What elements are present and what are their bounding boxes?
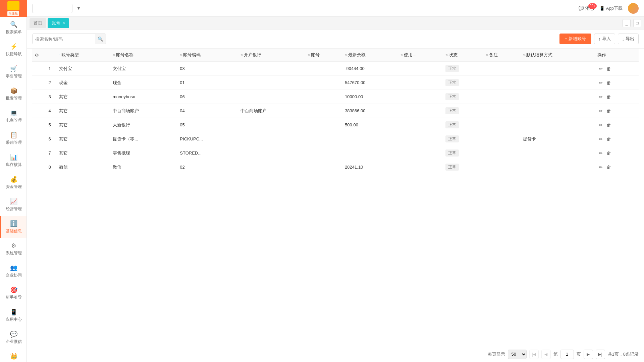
row-usage (398, 90, 443, 104)
page-last-button[interactable]: ▶| (596, 350, 605, 359)
table-row: 4 其它 中百商场账户 04 中百商场账户 383866.00 正常 ✏ 🗑 (32, 104, 639, 118)
page-first-button[interactable]: |◀ (529, 350, 539, 359)
col-status[interactable]: ⇅状态 (443, 49, 483, 62)
row-code: 03 (177, 62, 237, 76)
row-name: moneybosx (110, 90, 177, 104)
page-next-button[interactable]: ▶ (584, 350, 593, 359)
sidebar-item-retail[interactable]: 🛒 零售管理 (0, 61, 26, 83)
row-name: 提货卡（零... (110, 132, 177, 146)
sidebar-item-member[interactable]: 👑 畅会员 (0, 349, 26, 362)
page-label: 第 (553, 351, 558, 357)
edit-button[interactable]: ✏ (597, 136, 604, 142)
delete-button[interactable]: 🗑 (605, 122, 612, 128)
row-account (305, 76, 342, 90)
avatar[interactable] (628, 3, 639, 14)
row-balance: -90444.00 (342, 62, 398, 76)
table-search-input[interactable] (33, 34, 95, 44)
row-settings (32, 104, 43, 118)
row-operation: ✏ 🗑 (595, 118, 639, 132)
sidebar-item-purchase[interactable]: 📋 采购管理 (0, 127, 26, 149)
page-size-select[interactable]: 50 20 100 (508, 350, 527, 359)
message-button[interactable]: 💬 消息 99+ (579, 5, 594, 11)
sidebar-item-finance[interactable]: 💰 资金管理 (0, 172, 26, 194)
sidebar-item-wechat-work[interactable]: 💬 企业微信 (0, 326, 26, 349)
tab-bar: 首页 账号 ✕ _ □ (27, 17, 644, 29)
delete-button[interactable]: 🗑 (605, 79, 612, 86)
edit-button[interactable]: ✏ (597, 150, 604, 157)
row-remark (483, 104, 520, 118)
import-button[interactable]: ↑ 导入 (594, 34, 615, 44)
table-search-button[interactable]: 🔍 (95, 34, 106, 44)
tab-close-icon[interactable]: ✕ (62, 21, 65, 25)
row-name: 中百商场账户 (110, 104, 177, 118)
delete-button[interactable]: 🗑 (605, 164, 612, 171)
page-number-input[interactable] (560, 350, 574, 359)
row-index: 1 (43, 62, 56, 76)
sidebar-item-basic[interactable]: ℹ️ 基础信息 (0, 216, 26, 238)
col-balance[interactable]: ⇅最新余额 (342, 49, 398, 62)
operation-icon: 📈 (10, 198, 17, 205)
col-default-settle[interactable]: ⇅默认结算方式 (520, 49, 595, 62)
member-icon: 👑 (10, 353, 17, 360)
edit-button[interactable]: ✏ (597, 108, 604, 114)
row-operation: ✏ 🗑 (595, 146, 639, 160)
tab-home[interactable]: 首页 (30, 18, 46, 28)
delete-button[interactable]: 🗑 (605, 94, 612, 100)
col-usage[interactable]: ⇅使用... (398, 49, 443, 62)
sidebar-item-inventory[interactable]: 📊 库存核算 (0, 149, 26, 172)
sidebar-item-operation[interactable]: 📈 经营管理 (0, 194, 26, 216)
row-bank (238, 62, 305, 76)
row-account (305, 104, 342, 118)
edit-button[interactable]: ✏ (597, 122, 604, 128)
row-bank (238, 146, 305, 160)
col-settings[interactable]: ⚙ (32, 49, 43, 62)
sidebar-item-guide[interactable]: 🎯 新手引导 (0, 282, 26, 304)
retail-icon: 🛒 (10, 65, 17, 72)
app-download-button[interactable]: 📱 App下载 (599, 5, 623, 11)
sidebar-item-label: 电商管理 (6, 118, 22, 123)
sidebar-item-quicknav[interactable]: ⚡ 快捷导航 (0, 39, 26, 61)
delete-button[interactable]: 🗑 (605, 150, 612, 157)
total-label: 共1页，8条记录 (608, 351, 639, 357)
sidebar-item-wholesale[interactable]: 📦 批发管理 (0, 83, 26, 105)
export-button[interactable]: ↓ 导出 (618, 34, 639, 44)
sidebar-item-label: 企业协同 (6, 273, 22, 278)
delete-button[interactable]: 🗑 (605, 136, 612, 142)
sidebar-item-label: 零售管理 (6, 73, 22, 79)
col-remark[interactable]: ⇅备注 (483, 49, 520, 62)
col-code[interactable]: ⇅账号编码 (177, 49, 237, 62)
edit-button[interactable]: ✏ (597, 94, 604, 100)
col-bank[interactable]: ⇅开户银行 (238, 49, 305, 62)
sidebar-item-search[interactable]: 🔍 搜索菜单 (0, 17, 26, 39)
row-type: 其它 (56, 118, 110, 132)
tab-minimize-button[interactable]: _ (623, 19, 631, 27)
edit-button[interactable]: ✏ (597, 79, 604, 86)
sidebar-item-cooperation[interactable]: 👥 企业协同 (0, 260, 26, 282)
tab-maximize-button[interactable]: □ (633, 19, 641, 27)
sidebar-item-system[interactable]: ⚙ 系统管理 (0, 238, 26, 260)
row-operation: ✏ 🗑 (595, 62, 639, 76)
col-type[interactable]: ↑账号类型 (56, 49, 110, 62)
tab-account[interactable]: 账号 ✕ (48, 18, 69, 28)
delete-button[interactable]: 🗑 (605, 65, 612, 72)
row-settings (32, 76, 43, 90)
row-type: 其它 (56, 146, 110, 160)
wholesale-icon: 📦 (10, 87, 17, 95)
table-row: 2 现金 现金 01 547670.00 正常 ✏ 🗑 (32, 76, 639, 90)
add-account-button[interactable]: + 新增账号 (559, 34, 591, 44)
header-dropdown[interactable]: ▼ (76, 6, 81, 11)
edit-button[interactable]: ✏ (597, 65, 604, 72)
col-account[interactable]: ⇅账号 (305, 49, 342, 62)
accounts-table: ⚙ ↑账号类型 ⇅账号名称 ⇅账号编码 ⇅开户银行 ⇅账号 ⇅最新余额 ⇅使用.… (32, 49, 639, 174)
wechat-work-icon: 💬 (10, 330, 17, 338)
basic-icon: ℹ️ (10, 220, 17, 227)
delete-button[interactable]: 🗑 (605, 108, 612, 114)
sidebar-item-appcenter[interactable]: 📱 应用中心 (0, 304, 26, 326)
row-default-settle (520, 62, 595, 76)
page-prev-button[interactable]: ◀ (541, 350, 551, 359)
edit-button[interactable]: ✏ (597, 164, 604, 171)
col-name[interactable]: ⇅账号名称 (110, 49, 177, 62)
sidebar-item-ecommerce[interactable]: 💻 电商管理 (0, 105, 26, 127)
row-usage (398, 104, 443, 118)
header-search-input[interactable] (32, 4, 72, 13)
